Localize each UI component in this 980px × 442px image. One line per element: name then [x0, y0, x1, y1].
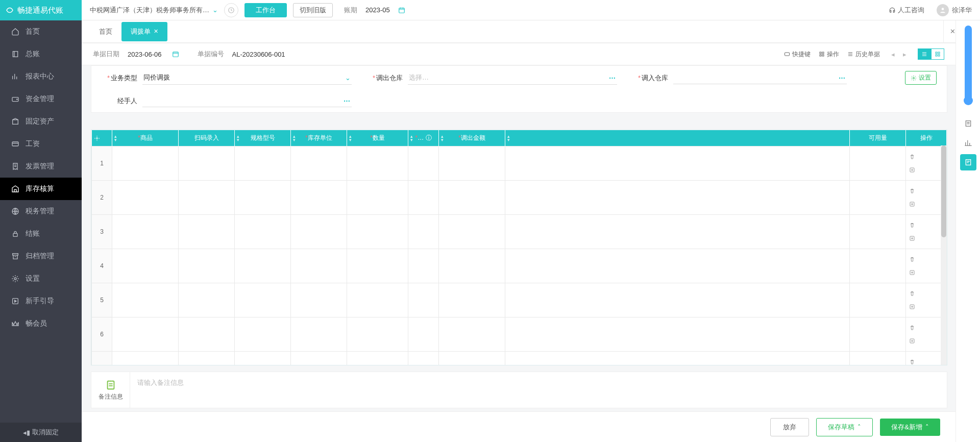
more-icon[interactable]: ⋯	[344, 97, 351, 105]
in-warehouse-select[interactable]: ⋯	[673, 72, 847, 84]
nav-item-2[interactable]: 报表中心	[0, 65, 82, 88]
col-scan[interactable]: 扫码录入	[179, 130, 235, 146]
workbench-button[interactable]: 工作台	[244, 3, 287, 17]
svg-rect-19	[936, 52, 937, 54]
nav-item-6[interactable]: 发票管理	[0, 155, 82, 178]
user-menu[interactable]: 徐泽华	[937, 4, 972, 16]
nav-item-7[interactable]: 库存核算	[0, 178, 82, 200]
table-row[interactable]: 6	[92, 317, 947, 352]
col-qty[interactable]: ▴▾*数量	[347, 130, 408, 146]
shortcut-link[interactable]: 快捷键	[784, 50, 811, 59]
support-link[interactable]: 人工咨询	[889, 6, 924, 15]
nav-item-5[interactable]: 工资	[0, 133, 82, 155]
calendar-icon[interactable]	[398, 7, 405, 14]
discard-button[interactable]: 放弃	[770, 418, 809, 436]
rail-slider[interactable]	[965, 26, 972, 102]
svg-rect-0	[13, 52, 17, 57]
nav-item-13[interactable]: 畅会员	[0, 312, 82, 335]
row-number: 4	[92, 249, 112, 283]
delete-row-icon[interactable]	[909, 188, 943, 194]
col-available[interactable]: 可用量	[850, 130, 906, 146]
delete-row-icon[interactable]	[909, 290, 943, 297]
brand[interactable]: 畅捷通易代账	[0, 0, 82, 20]
tab-transfer-order[interactable]: 调拨单 ✕	[121, 22, 167, 41]
table-row[interactable]: 3	[92, 215, 947, 249]
col-out-amount[interactable]: ▴▾*调出金额	[439, 130, 505, 146]
close-icon[interactable]: ✕	[154, 28, 158, 35]
add-row-icon[interactable]	[909, 338, 943, 344]
nav-item-11[interactable]: 设置	[0, 267, 82, 290]
grid-icon	[819, 51, 825, 57]
pager-next[interactable]: ▸	[900, 50, 910, 59]
gear-icon	[94, 135, 100, 141]
handler-select[interactable]: ⋯	[142, 95, 352, 107]
doc-icon	[964, 119, 972, 128]
table-row[interactable]: 4	[92, 249, 947, 283]
pager-prev[interactable]: ◂	[888, 50, 898, 59]
table-row[interactable]: 7	[92, 352, 947, 366]
record-pager: ◂ ▸	[888, 50, 910, 59]
svg-rect-3	[13, 120, 18, 125]
add-row-icon[interactable]	[909, 167, 943, 173]
tab-home[interactable]: 首页	[90, 22, 121, 41]
pin-toggle[interactable]: ◂▮ 取消固定	[0, 423, 82, 442]
col-gear[interactable]	[92, 130, 112, 146]
doc-date-value[interactable]: 2023-06-06	[128, 51, 162, 58]
col-more[interactable]: ▴▾*… ⓘ	[408, 130, 439, 146]
rail-item-3[interactable]	[960, 154, 976, 170]
history-link[interactable]: 历史单据	[847, 50, 880, 59]
sidebar: 畅捷通易代账 首页总账报表中心资金管理固定资产工资发票管理库存核算税务管理结账归…	[0, 0, 82, 442]
nav-item-12[interactable]: 新手引导	[0, 290, 82, 312]
nav-item-9[interactable]: 结账	[0, 223, 82, 245]
add-row-icon[interactable]	[909, 304, 943, 310]
delete-row-icon[interactable]	[909, 325, 943, 331]
col-spec[interactable]: ▴▾规格型号	[235, 130, 291, 146]
col-product[interactable]: ▴▾*商品	[112, 130, 179, 146]
tab-bar: 首页 调拨单 ✕ ✕	[82, 20, 980, 43]
table-row[interactable]: 2	[92, 181, 947, 215]
org-selector[interactable]: 中税网通广泽（天津）税务师事务所有… ⌄	[90, 6, 218, 15]
nav-item-1[interactable]: 总账	[0, 43, 82, 65]
table-header-row: ▴▾*商品 扫码录入 ▴▾规格型号 ▴▾*库存单位 ▴▾*数量 ▴▾*… ⓘ ▴…	[92, 130, 947, 146]
remark-input[interactable]	[130, 372, 947, 408]
col-operate: 操作	[906, 130, 947, 146]
table-row[interactable]: 5	[92, 283, 947, 317]
add-row-icon[interactable]	[909, 235, 943, 241]
table-row[interactable]: 1	[92, 146, 947, 181]
table-scrollbar[interactable]	[941, 145, 947, 365]
operate-link[interactable]: 操作	[819, 50, 839, 59]
add-row-icon[interactable]	[909, 269, 943, 276]
help-icon[interactable]: ⓘ	[426, 134, 432, 141]
delete-row-icon[interactable]	[909, 222, 943, 228]
calendar-icon[interactable]	[172, 51, 179, 58]
more-icon[interactable]: ⋯	[609, 74, 616, 82]
nav-item-10[interactable]: 归档管理	[0, 245, 82, 267]
rail-item-1[interactable]	[960, 115, 976, 132]
delete-row-icon[interactable]	[909, 359, 943, 365]
row-number: 2	[92, 181, 112, 215]
delete-row-icon[interactable]	[909, 256, 943, 262]
nav-item-8[interactable]: 税务管理	[0, 200, 82, 223]
nav-item-4[interactable]: 固定资产	[0, 110, 82, 133]
settings-button[interactable]: 设置	[905, 71, 937, 85]
svg-rect-13	[173, 52, 178, 57]
save-new-button[interactable]: 保存&新增˄	[880, 419, 940, 436]
add-row-icon[interactable]	[909, 201, 943, 207]
view-card[interactable]	[931, 48, 944, 60]
view-toggle	[918, 48, 944, 60]
topbar: 中税网通广泽（天津）税务师事务所有… ⌄ 工作台 切到旧版 账期 2023-05…	[82, 0, 980, 20]
row-number: 5	[92, 283, 112, 317]
view-list[interactable]	[918, 48, 931, 60]
nav-item-3[interactable]: 资金管理	[0, 88, 82, 110]
col-unit[interactable]: ▴▾*库存单位	[291, 130, 347, 146]
save-draft-button[interactable]: 保存草稿˄	[816, 418, 873, 436]
refresh-button[interactable]	[224, 3, 238, 17]
nav-item-0[interactable]: 首页	[0, 20, 82, 43]
biz-type-select[interactable]: 同价调拨 ⌄	[142, 71, 352, 85]
rail-item-2[interactable]	[960, 135, 976, 151]
out-warehouse-select[interactable]: 选择… ⋯	[408, 71, 617, 85]
book-icon	[11, 50, 19, 58]
more-icon[interactable]: ⋯	[839, 74, 846, 82]
delete-row-icon[interactable]	[909, 154, 943, 160]
switch-old-button[interactable]: 切到旧版	[293, 3, 333, 17]
